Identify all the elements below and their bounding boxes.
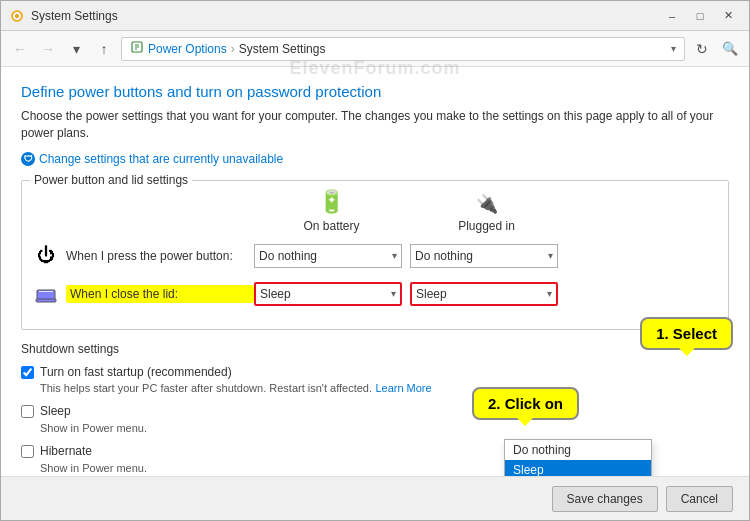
fast-startup-content: Turn on fast startup (recommended) This … [40, 364, 432, 398]
menu-item-do-nothing[interactable]: Do nothing [505, 440, 651, 460]
forward-button[interactable]: → [37, 38, 59, 60]
column-headers: 🔋 On battery 🔌 Plugged in [34, 189, 716, 233]
sleep-row: Sleep Show in Power menu. [21, 403, 729, 437]
minimize-button[interactable]: – [659, 6, 685, 26]
sleep-checkbox[interactable] [21, 405, 34, 418]
power-plugged-value: Do nothing [415, 249, 473, 263]
system-settings-window: System Settings – □ ✕ ← → ▾ ↑ Power Opti… [0, 0, 750, 521]
path-separator: › [231, 42, 235, 56]
lid-icon [34, 282, 58, 306]
sleep-content: Sleep Show in Power menu. [40, 403, 147, 437]
power-battery-arrow: ▾ [392, 250, 397, 261]
close-button[interactable]: ✕ [715, 6, 741, 26]
callout-click: 2. Click on [472, 387, 579, 420]
refresh-button[interactable]: ↻ [691, 38, 713, 60]
window-icon [9, 8, 25, 24]
back-button[interactable]: ← [9, 38, 31, 60]
recent-button[interactable]: ▾ [65, 38, 87, 60]
title-bar-text: System Settings [31, 9, 659, 23]
settings-link-icon: 🛡 [21, 152, 35, 166]
lid-plugged-value: Sleep [416, 287, 447, 301]
lid-row: When I close the lid: Sleep ▾ Sleep ▾ [34, 279, 716, 309]
path-icon [130, 40, 144, 57]
settings-link-text: Change settings that are currently unava… [39, 152, 283, 166]
dropdown-menu: Do nothing Sleep Hibernate Shut down [504, 439, 652, 476]
path-dropdown-icon: ▾ [671, 43, 676, 54]
plugged-in-label: Plugged in [458, 219, 515, 233]
title-bar-controls: – □ ✕ [659, 6, 741, 26]
address-path: Power Options › System Settings ▾ [121, 37, 685, 61]
power-button-row: ⏻ When I press the power button: Do noth… [34, 241, 716, 271]
search-button[interactable]: 🔍 [719, 38, 741, 60]
maximize-button[interactable]: □ [687, 6, 713, 26]
lid-battery-arrow: ▾ [391, 288, 396, 299]
hibernate-desc: Show in Power menu. [40, 462, 147, 474]
lid-plugged-dropdown[interactable]: Sleep ▾ [410, 282, 558, 306]
power-button-label: When I press the power button: [66, 249, 254, 263]
page-description: Choose the power settings that you want … [21, 108, 729, 142]
plugged-in-header: 🔌 Plugged in [409, 193, 564, 233]
fast-startup-checkbox[interactable] [21, 366, 34, 379]
cancel-button[interactable]: Cancel [666, 486, 733, 512]
main-content: Define power buttons and turn on passwor… [1, 67, 749, 476]
sleep-desc: Show in Power menu. [40, 422, 147, 434]
fast-startup-label: Turn on fast startup (recommended) [40, 365, 232, 379]
power-button-icon: ⏻ [34, 244, 58, 268]
shutdown-title: Shutdown settings [21, 342, 729, 356]
save-button[interactable]: Save changes [552, 486, 658, 512]
path-power-options: Power Options [148, 42, 227, 56]
menu-item-sleep[interactable]: Sleep [505, 460, 651, 476]
path-system-settings: System Settings [239, 42, 326, 56]
hibernate-checkbox[interactable] [21, 445, 34, 458]
sleep-label: Sleep [40, 404, 71, 418]
power-plugged-arrow: ▾ [548, 250, 553, 261]
up-button[interactable]: ↑ [93, 38, 115, 60]
callout-select: 1. Select [640, 317, 733, 350]
lid-battery-dropdown[interactable]: Sleep ▾ [254, 282, 402, 306]
power-button-section: Power button and lid settings 🔋 On batte… [21, 180, 729, 330]
power-plugged-dropdown[interactable]: Do nothing ▾ [410, 244, 558, 268]
fast-startup-desc: This helps start your PC faster after sh… [40, 382, 372, 394]
section-legend: Power button and lid settings [30, 173, 192, 187]
title-bar: System Settings – □ ✕ [1, 1, 749, 31]
svg-point-1 [15, 14, 19, 18]
power-battery-value: Do nothing [259, 249, 317, 263]
fast-startup-row: Turn on fast startup (recommended) This … [21, 364, 729, 398]
page-title: Define power buttons and turn on passwor… [21, 83, 729, 100]
lid-label: When I close the lid: [66, 285, 254, 303]
plug-icon: 🔌 [476, 193, 498, 215]
lid-plugged-arrow: ▾ [547, 288, 552, 299]
hibernate-label: Hibernate [40, 444, 92, 458]
on-battery-header: 🔋 On battery [254, 189, 409, 233]
battery-icon: 🔋 [318, 189, 345, 215]
on-battery-label: On battery [303, 219, 359, 233]
lid-battery-value: Sleep [260, 287, 291, 301]
footer: Save changes Cancel [1, 476, 749, 520]
settings-link[interactable]: 🛡 Change settings that are currently una… [21, 152, 729, 166]
address-bar: ← → ▾ ↑ Power Options › System Settings … [1, 31, 749, 67]
learn-more-link[interactable]: Learn More [375, 382, 431, 394]
svg-rect-7 [36, 299, 56, 302]
hibernate-content: Hibernate Show in Power menu. [40, 443, 147, 476]
power-battery-dropdown[interactable]: Do nothing ▾ [254, 244, 402, 268]
